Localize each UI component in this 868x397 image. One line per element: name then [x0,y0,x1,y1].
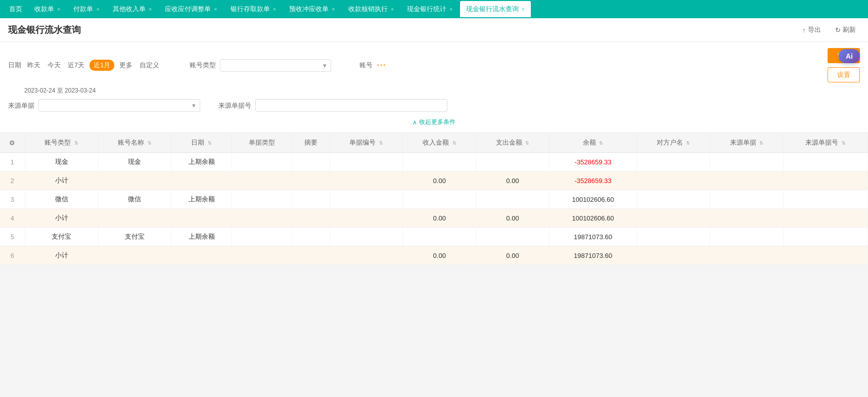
account-type-filter-group: 账号类型 ▾ [190,59,331,72]
cell-doc-no [330,190,403,209]
setting-button[interactable]: 设置 [828,67,860,82]
cell-account-type: 小计 [25,246,98,265]
cell-date [171,246,232,265]
nav-tab-bank-deposit[interactable]: 银行存取款单 × [224,1,282,17]
cell-income [403,190,476,209]
th-doc-no: 单据编号 ⇅ [330,133,403,153]
close-icon[interactable]: × [522,6,525,12]
cell-expense [476,153,550,171]
sort-icon[interactable]: ⇅ [599,141,603,146]
source-doc-no-input[interactable] [255,99,447,112]
sort-icon[interactable]: ⇅ [842,141,846,146]
sort-icon[interactable]: ⇅ [208,141,212,146]
cell-doc-no [330,171,403,190]
nav-home[interactable]: 首页 [4,3,27,16]
cell-source-doc [710,153,783,171]
date-opt-yesterday[interactable]: 昨天 [25,60,42,71]
th-summary: 摘要 [292,133,330,153]
source-doc-select[interactable]: ▾ [38,99,200,112]
cell-source-doc [710,246,783,265]
sort-icon[interactable]: ⇅ [759,141,763,146]
close-icon[interactable]: × [391,6,394,12]
chevron-up-icon: ∧ [413,119,417,126]
nav-tab-ar-ap-adjust[interactable]: 应收应付调整单 × [159,1,223,17]
sort-icon[interactable]: ⇅ [686,141,690,146]
nav-tab-other-income[interactable]: 其他收入单 × [107,1,158,17]
date-opt-7days[interactable]: 近7天 [66,60,86,71]
cell-source-doc-no [783,153,867,171]
date-opt-1month[interactable]: 近1月 [89,60,114,71]
date-opt-today[interactable]: 今天 [45,60,63,71]
cell-date [171,209,232,228]
close-icon[interactable]: × [449,6,452,12]
table-row: 6小计0.000.0019871073.60 [0,246,868,265]
date-label: 日期 [8,61,21,70]
cell-doc-type [232,209,292,228]
cell-income [403,153,476,171]
cell-account-type: 微信 [25,190,98,209]
nav-tab-cash-flow[interactable]: 现金银行流水查询 × [460,1,531,17]
sort-icon[interactable]: ⇅ [148,141,152,146]
cell-account-type: 小计 [25,209,98,228]
date-opt-more[interactable]: 更多 [117,60,134,71]
close-icon[interactable]: × [149,6,152,12]
source-doc-no-filter-group: 来源单据号 [218,99,447,112]
nav-tab-payments[interactable]: 付款单 × [67,1,105,17]
cell-expense [476,190,550,209]
cell-account-type: 小计 [25,171,98,190]
cell-doc-type [232,171,292,190]
cell-doc-no [330,209,403,228]
top-nav: 首页 收款单 × 付款单 × 其他收入单 × 应收应付调整单 × 银行存取款单 … [0,0,868,18]
nav-tab-prepay-offset[interactable]: 预收冲应收单 × [283,1,341,17]
cell-expense: 0.00 [476,209,550,228]
more-dots[interactable]: ··· [377,61,386,70]
cell-balance: 19871073.60 [549,246,636,265]
close-icon[interactable]: × [332,6,335,12]
sort-icon[interactable]: ⇅ [452,141,456,146]
cell-source-doc-no [783,190,867,209]
cell-source-doc-no [783,209,867,228]
cell-account-type: 现金 [25,153,98,171]
cell-source-doc [710,190,783,209]
cell-date: 上期余额 [171,190,232,209]
th-expense: 支出金额 ⇅ [476,133,550,153]
account-type-select[interactable]: ▾ [220,59,331,72]
collapse-bar[interactable]: ∧ 收起更多条件 [8,116,860,128]
date-range-display: 2023-02-24 至 2023-03-24 [8,86,860,95]
nav-tab-receipts[interactable]: 收款单 × [28,1,66,17]
refresh-button[interactable]: ↻ 刷新 [831,23,860,36]
row-number: 6 [0,246,25,265]
cell-balance: -3528659.33 [549,153,636,171]
table-row: 1现金现金上期余额-3528659.33 [0,153,868,171]
cell-date [171,171,232,190]
sort-icon[interactable]: ⇅ [74,141,78,146]
close-icon[interactable]: × [214,6,217,12]
cell-expense [476,228,550,246]
table-row: 2小计0.000.00-3528659.33 [0,171,868,190]
cell-summary [292,190,330,209]
date-opt-custom[interactable]: 自定义 [138,60,161,71]
cell-source-doc-no [783,171,867,190]
th-balance: 余额 ⇅ [549,133,636,153]
ai-badge[interactable]: Ai [839,49,860,63]
export-button[interactable]: ↑ 导出 [799,23,826,36]
cell-account-name [98,171,171,190]
nav-tab-receipt-verify[interactable]: 收款核销执行 × [342,1,400,17]
close-icon[interactable]: × [96,6,99,12]
header-actions: ↑ 导出 ↻ 刷新 [799,23,860,36]
date-options: 昨天 今天 近7天 近1月 更多 自定义 [25,60,161,71]
cell-summary [292,228,330,246]
cell-expense: 0.00 [476,171,550,190]
close-icon[interactable]: × [57,6,60,12]
nav-tab-cash-stats[interactable]: 现金银行统计 × [401,1,459,17]
sort-icon[interactable]: ⇅ [379,141,383,146]
cell-source-doc [710,171,783,190]
cell-income: 0.00 [403,246,476,265]
cell-summary [292,153,330,171]
th-settings[interactable]: ⚙ [0,133,25,153]
cell-account-name: 微信 [98,190,171,209]
sort-icon[interactable]: ⇅ [525,141,529,146]
close-icon[interactable]: × [273,6,276,12]
cell-source-doc-no [783,228,867,246]
cell-income [403,228,476,246]
